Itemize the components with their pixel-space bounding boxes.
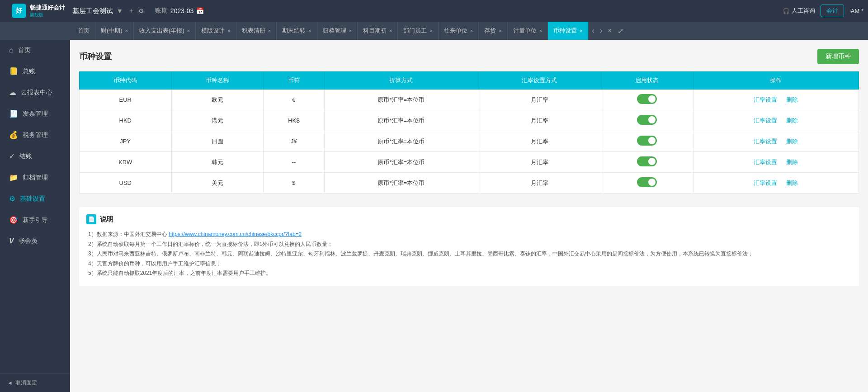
- sidebar-item-member[interactable]: V 畅会员: [0, 231, 70, 251]
- sidebar-item-checkout[interactable]: ✓ 结账: [0, 146, 70, 167]
- calendar-icon[interactable]: 📅: [196, 7, 204, 14]
- sidebar-item-guide[interactable]: 🎯 新手引导: [0, 209, 70, 231]
- period-label: 账期: [155, 7, 168, 15]
- toggle-0[interactable]: [637, 94, 657, 104]
- top-header: 好 畅捷通好会计 旗舰版 基层工会测试 ▼ ＋ ⚙ 账期 2023-03 📅 🎧…: [0, 0, 868, 22]
- checkout-icon: ✓: [9, 152, 15, 161]
- page-title: 币种设置: [79, 51, 112, 62]
- sidebar-item-tax[interactable]: 💰 税务管理: [0, 124, 70, 146]
- rate-setting-link-1[interactable]: 汇率设置: [754, 117, 777, 124]
- toggle-1[interactable]: [637, 115, 657, 125]
- table-row: EUR 欧元 € 原币*汇率=本位币 月汇率 汇率设置 删除: [80, 90, 859, 110]
- rate-setting-link-4[interactable]: 汇率设置: [754, 179, 777, 186]
- project-dropdown-icon[interactable]: ▼: [117, 7, 123, 14]
- toggle-3[interactable]: [637, 156, 657, 166]
- rate-setting-link-2[interactable]: 汇率设置: [754, 138, 777, 145]
- delete-link-1[interactable]: 删除: [786, 117, 798, 124]
- sidebar-item-basic[interactable]: ⚙ 基础设置: [0, 188, 70, 209]
- tab-finance-label: 财(中期): [101, 27, 123, 35]
- tab-prev-btn[interactable]: ‹: [590, 27, 596, 35]
- cell-action-3: 汇率设置 删除: [693, 152, 859, 173]
- delete-link-4[interactable]: 删除: [786, 179, 798, 186]
- tab-archive[interactable]: 归档管理 ×: [317, 22, 358, 40]
- notes-title-text: 说明: [100, 215, 113, 224]
- project-name: 基层工会测试: [72, 7, 113, 15]
- account-button[interactable]: 会计: [821, 5, 844, 17]
- guide-icon: 🎯: [9, 216, 18, 224]
- cell-name-3: 韩元: [171, 152, 264, 173]
- tab-period-end-label: 期末结转: [282, 27, 306, 35]
- tab-home[interactable]: 首页: [72, 22, 95, 40]
- tab-period-end[interactable]: 期末结转 ×: [277, 22, 317, 40]
- new-currency-button[interactable]: 新增币种: [817, 49, 859, 64]
- tab-dept-label: 部门员工: [403, 27, 427, 35]
- project-settings-icon[interactable]: ⚙: [138, 7, 144, 14]
- delete-link-3[interactable]: 删除: [786, 159, 798, 165]
- tab-unit[interactable]: 计量单位 ×: [508, 22, 548, 40]
- header-project: 基层工会测试 ▼ ＋ ⚙ 账期 2023-03 📅: [72, 7, 783, 15]
- tab-currency[interactable]: 币种设置 ×: [548, 22, 588, 40]
- cell-method-3: 原币*汇率=本位币: [324, 152, 478, 173]
- sidebar-item-guide-label: 新手引导: [23, 216, 48, 224]
- tab-close-all-btn[interactable]: ×: [606, 27, 613, 35]
- headset-icon: 🎧: [783, 8, 790, 14]
- tab-inventory-close[interactable]: ×: [499, 28, 501, 33]
- tab-dept-close[interactable]: ×: [429, 28, 432, 33]
- archive-icon: 📁: [9, 173, 18, 182]
- sidebar: ⌂ 首页 📒 总账 ☁ 云报表中心 🧾 发票管理 💰 税务管理 ✓ 结账 📁 归…: [0, 40, 70, 392]
- pin-icon: ◄: [7, 380, 13, 386]
- tab-period-end-close[interactable]: ×: [308, 28, 311, 33]
- col-method: 折算方式: [324, 72, 478, 90]
- tab-income-close[interactable]: ×: [187, 28, 190, 33]
- tab-partner-close[interactable]: ×: [470, 28, 473, 33]
- delete-link-2[interactable]: 删除: [786, 138, 798, 145]
- tab-subject-close[interactable]: ×: [389, 28, 392, 33]
- tab-tax[interactable]: 税表清册 ×: [236, 22, 277, 40]
- sidebar-item-home[interactable]: ⌂ 首页: [0, 40, 70, 61]
- tab-partner[interactable]: 往来单位 ×: [439, 22, 479, 40]
- tab-subject-label: 科目期初: [363, 27, 387, 35]
- tab-template-close[interactable]: ×: [227, 28, 230, 33]
- tab-tax-close[interactable]: ×: [268, 28, 271, 33]
- rate-setting-link-0[interactable]: 汇率设置: [754, 96, 777, 103]
- sidebar-item-report[interactable]: ☁ 云报表中心: [0, 82, 70, 103]
- customer-service-btn[interactable]: 🎧 人工咨询: [783, 7, 815, 15]
- sidebar-pin-btn[interactable]: ◄ 取消固定: [0, 373, 70, 392]
- table-row: HKD 港元 HK$ 原币*汇率=本位币 月汇率 汇率设置 删除: [80, 110, 859, 131]
- project-add-icon[interactable]: ＋: [128, 7, 135, 15]
- cell-rate-method-3: 月汇率: [478, 152, 601, 173]
- col-status: 启用状态: [601, 72, 693, 90]
- currency-table: 币种代码 币种名称 币符 折算方式 汇率设置方式 启用状态 操作 EUR 欧元 …: [79, 71, 859, 194]
- sidebar-item-member-label: 畅会员: [19, 237, 38, 245]
- sidebar-item-archive[interactable]: 📁 归档管理: [0, 167, 70, 188]
- sidebar-item-tax-label: 税务管理: [23, 131, 48, 139]
- tab-finance-close[interactable]: ×: [125, 28, 128, 33]
- rate-setting-link-3[interactable]: 汇率设置: [754, 159, 777, 165]
- tab-subject[interactable]: 科目期初 ×: [358, 22, 398, 40]
- tab-currency-close[interactable]: ×: [580, 28, 582, 33]
- invoice-icon: 🧾: [9, 109, 18, 118]
- sidebar-item-invoice[interactable]: 🧾 发票管理: [0, 103, 70, 124]
- tab-next-btn[interactable]: ›: [598, 27, 604, 35]
- notes-link[interactable]: https://www.chinamoney.com.cn/chinese/bk…: [169, 231, 302, 237]
- tab-home-label: 首页: [78, 27, 90, 35]
- tab-expand-btn[interactable]: ⤢: [616, 27, 625, 35]
- cell-action-2: 汇率设置 删除: [693, 131, 859, 152]
- col-name: 币种名称: [171, 72, 264, 90]
- sidebar-item-checkout-label: 结账: [19, 152, 32, 161]
- tab-finance[interactable]: 财(中期) ×: [95, 22, 134, 40]
- tab-unit-close[interactable]: ×: [539, 28, 542, 33]
- toggle-4[interactable]: [637, 177, 657, 187]
- tab-dept[interactable]: 部门员工 ×: [398, 22, 438, 40]
- cell-name-2: 日圆: [171, 131, 264, 152]
- sidebar-item-ledger[interactable]: 📒 总账: [0, 61, 70, 82]
- tab-inventory[interactable]: 存货 ×: [479, 22, 507, 40]
- sidebar-item-archive-label: 归档管理: [23, 174, 48, 182]
- delete-link-0[interactable]: 删除: [786, 96, 798, 103]
- period-value: 2023-03: [170, 7, 193, 14]
- tab-archive-close[interactable]: ×: [349, 28, 352, 33]
- tab-template[interactable]: 模版设计 ×: [196, 22, 236, 40]
- tab-inventory-label: 存货: [484, 27, 496, 35]
- toggle-2[interactable]: [637, 136, 657, 146]
- tab-income[interactable]: 收入支出表(年报) ×: [134, 22, 196, 40]
